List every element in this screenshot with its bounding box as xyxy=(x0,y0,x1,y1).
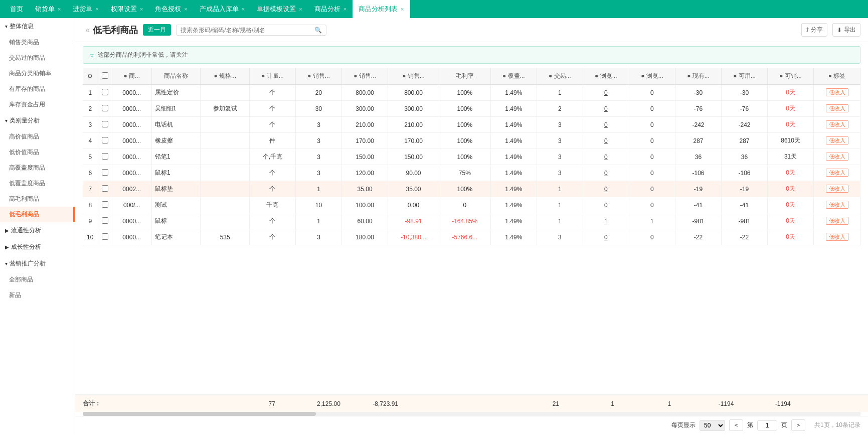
nav-purchase-order[interactable]: 进货单 × xyxy=(67,0,104,18)
col-gross[interactable]: 毛利率 xyxy=(439,68,490,85)
share-button[interactable]: ⤴ 分享 xyxy=(801,23,827,37)
nav-template-settings[interactable]: 单据模板设置 × xyxy=(251,0,308,18)
tag-badge: 低收入 xyxy=(826,217,848,225)
cell-checkbox[interactable] xyxy=(98,117,112,133)
cell-trade[interactable]: 0 xyxy=(583,197,629,213)
col-current[interactable]: ● 现有... xyxy=(675,68,721,85)
cell-browse1: 0 xyxy=(629,229,675,245)
cell-trade[interactable]: 0 xyxy=(583,133,629,149)
page-number-input[interactable] xyxy=(757,420,777,430)
sidebar-item-sales-products[interactable]: 销售类商品 xyxy=(0,35,75,50)
time-filter-button[interactable]: 近一月 xyxy=(143,24,171,36)
cell-checkbox[interactable] xyxy=(98,229,112,245)
row-checkbox[interactable] xyxy=(102,217,108,224)
sidebar-group-category[interactable]: ▾ 类别量分析 xyxy=(0,112,75,129)
row-checkbox[interactable] xyxy=(102,233,108,240)
header-actions: ⤴ 分享 ⬇ 导出 xyxy=(801,23,860,37)
sidebar-collapse-btn[interactable]: « xyxy=(83,26,93,35)
col-browse2[interactable]: ● 浏览... xyxy=(629,68,675,85)
col-code[interactable]: ● 商... xyxy=(112,68,151,85)
sidebar-item-high-profit[interactable]: 高毛利商品 xyxy=(0,191,75,207)
cell-trade[interactable]: 0 xyxy=(583,101,629,117)
nav-sales-order[interactable]: 销货单 × xyxy=(29,0,67,18)
row-checkbox[interactable] xyxy=(102,201,108,208)
col-qty[interactable]: ● 销售... xyxy=(295,68,341,85)
col-coverage[interactable]: ● 覆盖... xyxy=(490,68,537,85)
export-button[interactable]: ⬇ 导出 xyxy=(832,23,860,37)
cell-checkbox[interactable] xyxy=(98,181,112,197)
sidebar-item-new-products[interactable]: 新品 xyxy=(0,287,75,303)
cell-trade[interactable]: 0 xyxy=(583,85,629,101)
scrollbar-thumb[interactable] xyxy=(83,412,316,416)
cell-browse2: -981 xyxy=(675,213,721,229)
search-icon[interactable]: 🔍 xyxy=(314,27,322,34)
sidebar-item-low-coverage[interactable]: 低覆盖度商品 xyxy=(0,176,75,191)
row-checkbox[interactable] xyxy=(102,169,108,176)
col-browse1[interactable]: ● 浏览... xyxy=(583,68,629,85)
sidebar-group-growth[interactable]: ▶ 成长性分析 xyxy=(0,239,75,255)
row-checkbox[interactable] xyxy=(102,121,108,127)
sidebar-item-traded-products[interactable]: 交易过的商品 xyxy=(0,50,75,66)
col-spec[interactable]: ● 规格... xyxy=(201,68,250,85)
cell-checkbox[interactable] xyxy=(98,133,112,149)
row-checkbox[interactable] xyxy=(102,185,108,192)
nav-product-analysis-close[interactable]: × xyxy=(343,6,346,12)
row-checkbox[interactable] xyxy=(102,153,108,160)
cell-trade[interactable]: 0 xyxy=(583,165,629,181)
nav-role-auth-close[interactable]: × xyxy=(184,6,187,12)
row-checkbox[interactable] xyxy=(102,89,108,95)
sidebar-item-all-products[interactable]: 全部商品 xyxy=(0,272,75,287)
nav-product-entry-close[interactable]: × xyxy=(242,6,245,12)
col-available[interactable]: ● 可用... xyxy=(722,68,768,85)
cell-checkbox[interactable] xyxy=(98,101,112,117)
row-checkbox[interactable] xyxy=(102,105,108,111)
sidebar-item-low-value[interactable]: 低价值商品 xyxy=(0,144,75,160)
col-tag[interactable]: ● 标签 xyxy=(814,68,860,85)
nav-home[interactable]: 首页 xyxy=(4,0,29,18)
cell-trade[interactable]: 0 xyxy=(583,117,629,133)
col-unit[interactable]: ● 计量... xyxy=(249,68,295,85)
nav-permissions[interactable]: 权限设置 × xyxy=(105,0,149,18)
cell-checkbox[interactable] xyxy=(98,85,112,101)
cell-checkbox[interactable] xyxy=(98,165,112,181)
col-settings[interactable]: ⚙ xyxy=(83,68,98,85)
cell-trade[interactable]: 0 xyxy=(583,229,629,245)
nav-purchase-order-close[interactable]: × xyxy=(95,6,98,12)
sidebar-group-marketing[interactable]: ▾ 营销推广分析 xyxy=(0,255,75,272)
search-input[interactable] xyxy=(181,27,314,34)
cell-checkbox[interactable] xyxy=(98,197,112,213)
cell-trade[interactable]: 0 xyxy=(583,181,629,197)
cell-trade[interactable]: 0 xyxy=(583,149,629,165)
col-price[interactable]: ● 销售... xyxy=(342,68,388,85)
col-sales[interactable]: ● 销售... xyxy=(388,68,439,85)
col-trade[interactable]: ● 交易... xyxy=(537,68,583,85)
horizontal-scrollbar[interactable] xyxy=(83,412,860,416)
row-checkbox[interactable] xyxy=(102,137,108,143)
sidebar-item-high-coverage[interactable]: 高覆盖度商品 xyxy=(0,160,75,176)
cell-checkbox[interactable] xyxy=(98,213,112,229)
nav-product-analysis[interactable]: 商品分析 × xyxy=(308,0,353,18)
nav-product-entry[interactable]: 产成品入库单 × xyxy=(194,0,251,18)
nav-permissions-close[interactable]: × xyxy=(140,6,143,12)
per-page-select[interactable]: 50 20 100 xyxy=(700,420,725,431)
cell-trade[interactable]: 1 xyxy=(583,213,629,229)
sidebar-item-in-stock[interactable]: 有库存的商品 xyxy=(0,81,75,97)
sidebar-item-capital-usage[interactable]: 库存资金占用 xyxy=(0,97,75,112)
sidebar-group-overall[interactable]: ▾ 整体信息 xyxy=(0,18,75,35)
next-page-btn[interactable]: ＞ xyxy=(791,419,805,431)
prev-page-btn[interactable]: ＜ xyxy=(729,419,743,431)
sidebar-item-high-value[interactable]: 高价值商品 xyxy=(0,129,75,144)
select-all-checkbox[interactable] xyxy=(102,72,108,79)
nav-product-analysis-list[interactable]: 商品分析列表 × xyxy=(353,0,410,18)
nav-product-analysis-list-close[interactable]: × xyxy=(401,6,404,12)
sidebar-item-category-rate[interactable]: 商品分类助销率 xyxy=(0,66,75,81)
nav-sales-order-close[interactable]: × xyxy=(58,6,61,12)
sidebar-item-low-profit[interactable]: 低毛利商品 xyxy=(0,207,75,222)
col-name[interactable]: 商品名称 xyxy=(151,68,201,85)
table-container[interactable]: ⚙ ● 商... 商品名称 ● 规格... ● 计量... ● 销售... ● … xyxy=(75,68,868,394)
nav-role-auth[interactable]: 角色授权 × xyxy=(149,0,193,18)
col-sellable[interactable]: ● 可销... xyxy=(768,68,814,85)
sidebar-group-flow[interactable]: ▶ 流通性分析 xyxy=(0,222,75,239)
cell-checkbox[interactable] xyxy=(98,149,112,165)
nav-template-settings-close[interactable]: × xyxy=(299,6,302,12)
